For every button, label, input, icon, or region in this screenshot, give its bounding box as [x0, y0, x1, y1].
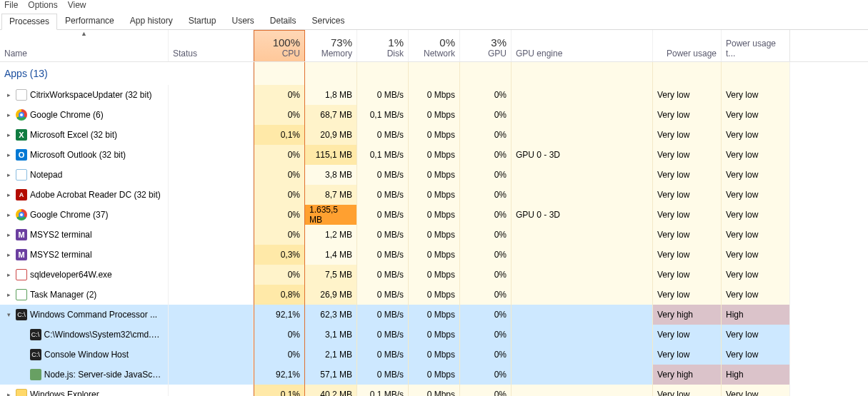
process-row[interactable]: ▸C:\Console Window Host0%2,1 MB0 MB/s0 M…	[0, 345, 868, 365]
section-gpueng-blank	[512, 62, 653, 85]
process-row[interactable]: ▸Google Chrome (6)0%68,7 MB0,1 MB/s0 Mbp…	[0, 105, 868, 125]
cell-pwr: Very low	[653, 125, 722, 145]
tab-processes[interactable]: Processes	[1, 14, 57, 30]
process-name: Console Window Host	[44, 350, 129, 360]
menu-file[interactable]: File	[4, 0, 18, 10]
cell-net: 0 Mbps	[409, 265, 460, 285]
cell-cpu cpu-hot: 0,1%	[254, 125, 305, 145]
tab-services[interactable]: Services	[304, 13, 353, 29]
process-name: Windows Explorer	[30, 390, 99, 396]
tab-startup[interactable]: Startup	[181, 13, 224, 29]
chevron-right-icon[interactable]: ▸	[4, 171, 13, 178]
cell-mem: 20,9 MB	[305, 125, 357, 145]
process-row[interactable]: ▸XMicrosoft Excel (32 bit)0,1%20,9 MB0 M…	[0, 125, 868, 145]
col-header-gpueng[interactable]: GPU engine	[512, 30, 653, 61]
process-row[interactable]: ▸Node.js: Server-side JavaScript92,1%57,…	[0, 365, 868, 385]
chrome-icon	[16, 209, 27, 220]
net-pct: 0%	[439, 36, 455, 49]
col-header-mem[interactable]: 73% Memory	[305, 30, 357, 61]
cell-pwr: Very low	[653, 285, 722, 305]
section-apps-label[interactable]: Apps (13)	[0, 62, 169, 85]
chevron-right-icon[interactable]: ▸	[4, 211, 13, 218]
cell-gpu: 0%	[460, 305, 512, 325]
tab-app-history[interactable]: App history	[122, 13, 181, 29]
cell-pwr: Very high	[653, 305, 722, 325]
process-row[interactable]: ▸Google Chrome (37)0%1.635,5 MB0 MB/s0 M…	[0, 205, 868, 225]
cell-net: 0 Mbps	[409, 305, 460, 325]
node-icon	[30, 369, 41, 380]
menu-options[interactable]: Options	[28, 0, 57, 10]
cell-gpu: 0%	[460, 225, 512, 245]
process-name: MSYS2 terminal	[30, 250, 92, 260]
col-header-cpu[interactable]: 100% CPU	[254, 30, 305, 61]
tab-details[interactable]: Details	[262, 13, 304, 29]
cell-status	[169, 125, 254, 145]
cell-gpueng	[512, 185, 653, 205]
process-row[interactable]: ▾C:\Windows Command Processor ...92,1%62…	[0, 305, 868, 325]
cell-status	[169, 305, 254, 325]
cell-net: 0 Mbps	[409, 245, 460, 265]
chevron-right-icon[interactable]: ▸	[4, 291, 13, 298]
cell-gpueng: GPU 0 - 3D	[512, 205, 653, 225]
process-name: Node.js: Server-side JavaScript	[44, 370, 164, 380]
cell-mem: 26,9 MB	[305, 285, 357, 305]
process-name: Google Chrome (6)	[30, 110, 104, 120]
tab-users[interactable]: Users	[224, 13, 261, 29]
col-header-pwrt[interactable]: Power usage t...	[722, 30, 790, 61]
cell-gpu: 0%	[460, 285, 512, 305]
process-row[interactable]: ▸MMSYS2 terminal0%1,2 MB0 MB/s0 Mbps0%Ve…	[0, 225, 868, 245]
process-name: MSYS2 terminal	[30, 230, 92, 240]
chevron-right-icon[interactable]: ▸	[4, 111, 13, 118]
cell-pwr: Very low	[653, 145, 722, 165]
cell-pwr: Very low	[653, 205, 722, 225]
chevron-right-icon[interactable]: ▸	[4, 91, 13, 98]
process-row[interactable]: ▸C:\C:\Windows\System32\cmd.exe0%3,1 MB0…	[0, 325, 868, 345]
cell-disk: 0 MB/s	[357, 305, 409, 325]
process-row[interactable]: ▸Notepad0%3,8 MB0 MB/s0 Mbps0%Very lowVe…	[0, 165, 868, 185]
cell-cpu cpu-hot: 0,3%	[254, 245, 305, 265]
chevron-right-icon[interactable]: ▸	[4, 131, 13, 138]
chevron-right-icon[interactable]: ▸	[4, 231, 13, 238]
process-row[interactable]: ▸OMicrosoft Outlook (32 bit)0%115,1 MB0,…	[0, 145, 868, 165]
process-row[interactable]: ▸AAdobe Acrobat Reader DC (32 bit)0%8,7 …	[0, 185, 868, 205]
mem-label: Memory	[321, 49, 352, 59]
col-header-gpu[interactable]: 3% GPU	[460, 30, 512, 61]
cell-cpu cpu-hot: 0%	[254, 105, 305, 125]
cell-name: ▸Task Manager (2)	[0, 285, 169, 305]
chevron-right-icon[interactable]: ▸	[4, 191, 13, 198]
process-row[interactable]: ▸CitrixWorkspaceUpdater (32 bit)0%1,8 MB…	[0, 85, 868, 105]
menu-view[interactable]: View	[68, 0, 86, 10]
process-row[interactable]: ▸Task Manager (2)0,8%26,9 MB0 MB/s0 Mbps…	[0, 285, 868, 305]
chevron-right-icon[interactable]: ▸	[4, 271, 13, 278]
cell-mem: 7,5 MB	[305, 265, 357, 285]
cell-cpu cpu-hot: 92,1%	[254, 305, 305, 325]
col-header-disk[interactable]: 1% Disk	[357, 30, 409, 61]
process-row[interactable]: ▸sqldeveloper64W.exe0%7,5 MB0 MB/s0 Mbps…	[0, 265, 868, 285]
pwr-label: Power usage	[667, 49, 717, 59]
msys-icon: M	[16, 249, 27, 260]
chevron-right-icon[interactable]: ▸	[4, 251, 13, 258]
cell-name: ▸sqldeveloper64W.exe	[0, 265, 169, 285]
chevron-right-icon[interactable]: ▸	[4, 151, 13, 158]
tab-performance[interactable]: Performance	[57, 13, 122, 29]
process-row[interactable]: ▸MMSYS2 terminal0,3%1,4 MB0 MB/s0 Mbps0%…	[0, 245, 868, 265]
cell-status	[169, 385, 254, 396]
cell-cpu cpu-hot: 0%	[254, 85, 305, 105]
cell-mem: 1,8 MB	[305, 85, 357, 105]
col-header-net[interactable]: 0% Network	[409, 30, 460, 61]
col-header-status[interactable]: Status	[169, 30, 254, 61]
cell-disk: 0 MB/s	[357, 345, 409, 365]
col-header-name[interactable]: ▲ Name	[0, 30, 169, 61]
cell-name: ▸Google Chrome (37)	[0, 205, 169, 225]
process-row[interactable]: ▸Windows Explorer0,1%40,2 MB0,1 MB/s0 Mb…	[0, 385, 868, 396]
section-gpu-blank	[460, 62, 512, 85]
cell-gpu: 0%	[460, 385, 512, 396]
chevron-right-icon[interactable]: ▸	[4, 391, 13, 396]
chevron-down-icon[interactable]: ▾	[4, 311, 13, 318]
disk-label: Disk	[387, 49, 404, 59]
col-header-pwr[interactable]: Power usage	[653, 30, 722, 61]
cell-gpu: 0%	[460, 345, 512, 365]
pwrt-label: Power usage t...	[726, 39, 785, 59]
menubar: File Options View	[0, 0, 868, 13]
cell-pwrt: Very low	[722, 165, 790, 185]
